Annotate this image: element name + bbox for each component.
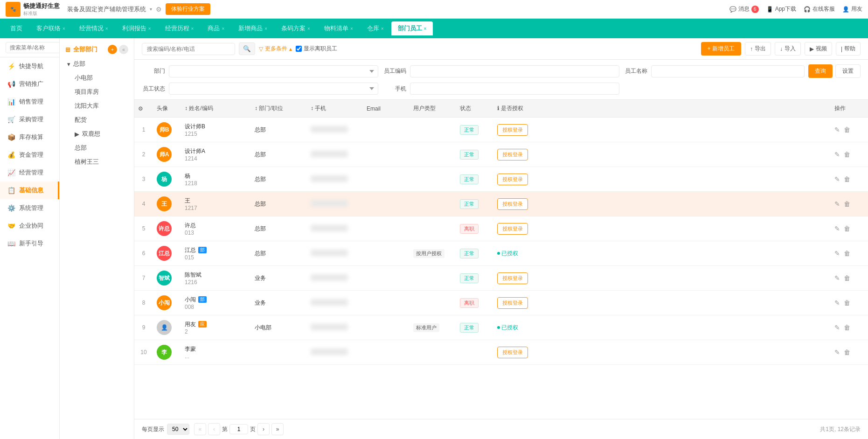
sidebar-search-input[interactable] <box>6 42 60 53</box>
filter-name-input[interactable] <box>651 65 805 77</box>
dept-item-zongbu[interactable]: 总部 <box>63 141 134 155</box>
filter-status-select[interactable] <box>169 83 378 95</box>
delete-icon[interactable]: 🗑 <box>844 126 850 133</box>
last-page-btn[interactable]: » <box>271 423 284 435</box>
dept-item-shuanglu[interactable]: ▶ 双鹿想 <box>63 127 134 141</box>
dept-all-btn[interactable]: ⊞ 全部部门 <box>65 45 97 54</box>
edit-icon[interactable]: ✎ <box>834 250 840 257</box>
query-btn[interactable]: 查询 <box>808 64 833 78</box>
auth-login-btn[interactable]: 授权登录 <box>497 347 528 358</box>
page-input[interactable] <box>229 424 248 434</box>
service-btn[interactable]: 🎧 在线客服 <box>804 5 835 13</box>
tab-new-goods[interactable]: 新增商品× <box>232 21 274 35</box>
edit-icon[interactable]: ✎ <box>834 175 840 183</box>
tab-customer[interactable]: 客户联络× <box>30 21 72 35</box>
tab-employees[interactable]: 部门员工× <box>391 21 433 35</box>
add-employee-btn[interactable]: + 新增员工 <box>701 42 741 56</box>
sidebar-item-finance[interactable]: 💰 资金管理 <box>0 146 59 164</box>
sidebar-item-quick-nav[interactable]: ⚡ 快捷导航 <box>0 57 59 75</box>
set-btn[interactable]: 设置 <box>835 64 861 78</box>
filter-code-input[interactable] <box>410 65 619 77</box>
auth-login-btn[interactable]: 授权登录 <box>497 198 528 210</box>
auth-login-btn[interactable]: 授权登录 <box>497 149 528 160</box>
dept-item-shenyang[interactable]: 沈阳大库 <box>63 99 134 113</box>
edit-icon[interactable]: ✎ <box>834 126 840 133</box>
tab-barcode-close[interactable]: × <box>307 26 310 31</box>
dept-add-btn[interactable]: + <box>108 45 117 54</box>
delete-icon[interactable]: 🗑 <box>844 324 850 331</box>
view-btn[interactable]: ▶ 视频 <box>805 42 832 56</box>
employee-search-input[interactable] <box>142 43 235 55</box>
delete-icon[interactable]: 🗑 <box>844 200 850 208</box>
tab-new-goods-close[interactable]: × <box>264 26 267 31</box>
auth-login-btn[interactable]: 授权登录 <box>497 272 528 284</box>
sidebar-item-inventory[interactable]: 📦 库存核算 <box>0 128 59 146</box>
dept-collapse-btn[interactable]: « <box>119 45 128 54</box>
delete-icon[interactable]: 🗑 <box>844 299 850 307</box>
filter-phone-input[interactable] <box>410 83 619 95</box>
edit-icon[interactable]: ✎ <box>834 348 840 356</box>
import-btn[interactable]: ↓ 导入 <box>775 42 801 56</box>
tab-warehouse-close[interactable]: × <box>381 26 384 31</box>
auth-login-btn[interactable]: 授权登录 <box>497 223 528 235</box>
tab-barcode[interactable]: 条码方案× <box>275 21 317 35</box>
tab-bom[interactable]: 物料清单× <box>318 21 360 35</box>
show-resigned-label[interactable]: 显示离职员工 <box>296 45 337 53</box>
tab-home[interactable]: 首页 <box>4 21 29 35</box>
tab-history[interactable]: 经营历程× <box>159 21 201 35</box>
delete-icon[interactable]: 🗑 <box>844 175 850 183</box>
tab-profit[interactable]: 利润报告× <box>116 21 158 35</box>
edit-icon[interactable]: ✎ <box>834 299 840 307</box>
per-page-select[interactable]: 50 <box>167 424 189 435</box>
next-page-btn[interactable]: › <box>257 423 270 435</box>
more-filter-btn[interactable]: ▽ 更多条件 ▴ <box>259 45 292 53</box>
dept-item-zhishu[interactable]: 植树王三 <box>63 155 134 169</box>
sidebar-item-mgmt[interactable]: 📈 经营管理 <box>0 164 59 181</box>
prev-page-btn[interactable]: ‹ <box>208 423 220 435</box>
tab-goods-close[interactable]: × <box>222 26 224 31</box>
dept-item-small-elec[interactable]: 小电部 <box>63 71 134 85</box>
show-resigned-checkbox[interactable] <box>296 46 302 52</box>
tab-customer-close[interactable]: × <box>62 26 65 31</box>
delete-icon[interactable]: 🗑 <box>844 225 850 232</box>
tab-operation-close[interactable]: × <box>105 26 108 31</box>
sidebar-item-purchase[interactable]: 🛒 采购管理 <box>0 111 59 128</box>
dept-item-project[interactable]: 项目库房 <box>63 85 134 99</box>
sidebar-item-sales[interactable]: 📊 销售管理 <box>0 93 59 111</box>
tab-employees-close[interactable]: × <box>424 26 427 31</box>
sidebar-item-system[interactable]: ⚙️ 系统管理 <box>0 199 59 217</box>
tab-goods[interactable]: 商品× <box>201 21 231 35</box>
system-dropdown-arrow[interactable]: ▾ <box>150 7 152 12</box>
sidebar-item-basic[interactable]: 📋 基础信息 <box>0 181 59 199</box>
first-page-btn[interactable]: « <box>194 423 206 435</box>
tab-warehouse[interactable]: 仓库× <box>361 21 390 35</box>
tab-bom-close[interactable]: × <box>350 26 353 31</box>
app-download-btn[interactable]: 📱 App下载 <box>766 5 796 13</box>
tab-operation[interactable]: 经营情况× <box>73 21 115 35</box>
sidebar-item-guide[interactable]: 📖 新手引导 <box>0 235 59 252</box>
edit-icon[interactable]: ✎ <box>834 200 840 208</box>
settings-icon[interactable]: ⚙ <box>156 6 162 13</box>
delete-icon[interactable]: 🗑 <box>844 250 850 257</box>
filter-dept-select[interactable] <box>169 65 378 77</box>
tab-profit-close[interactable]: × <box>148 26 151 31</box>
delete-icon[interactable]: 🗑 <box>844 274 850 282</box>
dept-parent-general[interactable]: ▾ 总部 <box>60 57 134 71</box>
trial-btn[interactable]: 体验行业方案 <box>166 3 210 15</box>
edit-icon[interactable]: ✎ <box>834 225 840 232</box>
help-btn[interactable]: | 帮助 <box>836 42 861 56</box>
tab-history-close[interactable]: × <box>191 26 194 31</box>
export-btn[interactable]: ↑ 导出 <box>745 42 771 56</box>
message-btn[interactable]: 💬 消息 6 <box>729 5 759 13</box>
user-btn[interactable]: 👤 用友 <box>842 5 862 13</box>
sidebar-item-collab[interactable]: 🤝 企业协同 <box>0 217 59 235</box>
sidebar-item-marketing[interactable]: 📢 营销推广 <box>0 75 59 93</box>
employee-search-btn[interactable]: 🔍 <box>239 42 255 55</box>
auth-login-btn[interactable]: 授权登录 <box>497 124 528 136</box>
auth-login-btn[interactable]: 授权登录 <box>497 174 528 185</box>
delete-icon[interactable]: 🗑 <box>844 348 850 356</box>
dept-item-peihua[interactable]: 配货 <box>63 113 134 127</box>
edit-icon[interactable]: ✎ <box>834 151 840 158</box>
delete-icon[interactable]: 🗑 <box>844 151 850 158</box>
edit-icon[interactable]: ✎ <box>834 324 840 331</box>
